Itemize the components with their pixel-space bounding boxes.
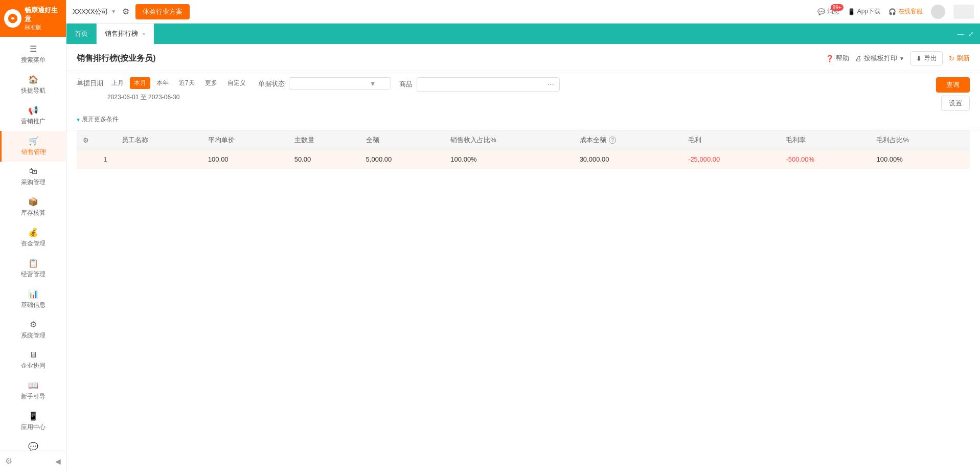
date-filter-label: 单据日期 <box>77 79 103 88</box>
th-profit: 毛利 <box>682 130 780 150</box>
th-settings[interactable]: ⚙ <box>77 130 95 150</box>
system-label: 系统管理 <box>21 331 45 340</box>
date-opt-prev-month[interactable]: 上月 <box>107 77 128 89</box>
table-head: ⚙ 员工名称 平均单价 主数量 全额 销售收入占比% 成本全额 ? 毛利 毛利率… <box>77 130 970 150</box>
user-name-display[interactable] <box>953 5 974 19</box>
expand-more-button[interactable]: ▾ 展开更多条件 <box>77 115 970 124</box>
product-input[interactable]: ··· <box>417 77 560 92</box>
tab-close-icon[interactable]: × <box>142 31 145 37</box>
sidebar-logo: 畅康通好生意 标准版 <box>0 0 66 37</box>
th-profit-pct: 毛利占比% <box>870 130 970 150</box>
search-label: 搜索菜单 <box>21 56 45 64</box>
sidebar-item-wechat[interactable]: 💬 企业微信 <box>0 437 66 451</box>
company-selector[interactable]: XXXXX公司 ▼ <box>73 7 116 16</box>
export-label: 导出 <box>924 54 937 63</box>
tab-minimize-icon[interactable]: — <box>958 30 964 38</box>
operations-icon: 📋 <box>28 258 38 268</box>
tab-home[interactable]: 首页 <box>66 24 97 44</box>
sidebar-item-operations[interactable]: 📋 经营管理 <box>0 253 66 284</box>
page-header: 销售排行榜(按业务员) ❓ 帮助 🖨 按模板打印 ▼ ⬇ 导出 <box>66 44 980 71</box>
sidebar-item-nav[interactable]: 🏠 快捷导航 <box>0 70 66 100</box>
filter-bar: 单据日期 上月 本月 本年 近7天 更多 自定义 2023-06-01 至 20… <box>66 71 980 130</box>
marketing-icon: 📢 <box>28 105 38 115</box>
nav-label: 快捷导航 <box>21 86 45 95</box>
content-area: 销售排行榜(按业务员) ❓ 帮助 🖨 按模板打印 ▼ ⬇ 导出 <box>66 44 980 471</box>
sidebar-item-inventory[interactable]: 📦 库存核算 <box>0 192 66 222</box>
print-button[interactable]: 🖨 按模板打印 ▼ <box>855 54 904 63</box>
refresh-button[interactable]: ↻ 刷新 <box>949 54 970 63</box>
tab-actions: — ⤢ <box>951 24 980 44</box>
marketing-label: 营销推广 <box>21 117 45 126</box>
tabs-spacer <box>154 24 951 44</box>
refresh-label: 刷新 <box>956 54 970 63</box>
purchase-icon: 🛍 <box>29 167 37 176</box>
tab-sales-ranking[interactable]: 销售排行榜 × <box>97 24 154 44</box>
edition-label: 标准版 <box>25 24 62 31</box>
date-opt-current-month[interactable]: 本月 <box>130 77 150 89</box>
basic-icon: 📊 <box>28 289 38 299</box>
row-cost: 30,000.00 <box>574 150 682 169</box>
message-button[interactable]: 💬 消息 99+ <box>817 7 839 16</box>
sales-icon: 🛒 <box>29 136 39 146</box>
sales-label: 销售管理 <box>21 148 46 156</box>
sidebar-item-marketing[interactable]: 📢 营销推广 <box>0 100 66 131</box>
row-avg-price: 100.00 <box>202 150 288 169</box>
product-more-icon[interactable]: ··· <box>547 80 554 89</box>
guide-icon: 📖 <box>28 380 38 390</box>
query-button[interactable]: 查询 <box>936 77 970 93</box>
sidebar-collapse-icon[interactable]: ◀ <box>55 457 61 465</box>
logo-text: 畅康通好生意 标准版 <box>25 6 62 31</box>
sidebar-item-guide[interactable]: 📖 新手引导 <box>0 375 66 406</box>
refresh-icon: ↻ <box>949 55 954 62</box>
sidebar-item-purchase[interactable]: 🛍 采购管理 <box>0 162 66 192</box>
brand-name: 畅康通好生意 <box>25 6 62 24</box>
row-profit: -25,000.00 <box>682 150 780 169</box>
help-button[interactable]: ❓ 帮助 <box>826 54 849 63</box>
app-download-label: App下载 <box>857 7 880 16</box>
sidebar-item-sales[interactable]: 🛒 销售管理 <box>0 131 66 162</box>
trial-button[interactable]: 体验行业方案 <box>135 4 190 19</box>
topbar-settings-icon[interactable]: ⚙ <box>122 7 129 16</box>
row-rank: 1 <box>95 150 116 169</box>
sidebar-item-finance[interactable]: 💰 资金管理 <box>0 222 66 253</box>
message-icon: 💬 <box>817 8 825 15</box>
row-quantity: 50.00 <box>288 150 360 169</box>
sidebar-item-collab[interactable]: 🖥 企业协同 <box>0 345 66 375</box>
page-actions: ❓ 帮助 🖨 按模板打印 ▼ ⬇ 导出 ↻ 刷新 <box>826 51 970 65</box>
guide-label: 新手引导 <box>21 392 45 401</box>
company-dropdown-icon: ▼ <box>111 9 116 14</box>
tab-expand-icon[interactable]: ⤢ <box>968 30 974 38</box>
app-download-button[interactable]: 📱 App下载 <box>848 7 880 16</box>
logo-icon <box>4 9 21 28</box>
date-opt-7days[interactable]: 近7天 <box>175 77 199 89</box>
cost-help-icon[interactable]: ? <box>609 137 616 144</box>
sidebar-settings-icon[interactable]: ⚙ <box>5 456 12 466</box>
app-icon: 📱 <box>848 8 855 15</box>
date-options: 上月 本月 本年 近7天 更多 自定义 <box>107 77 250 89</box>
row-amount: 5,000.00 <box>360 150 445 169</box>
status-select[interactable]: ▼ <box>289 77 391 90</box>
tab-home-label: 首页 <box>75 29 88 38</box>
collab-label: 企业协同 <box>21 362 45 370</box>
content-inner: 销售排行榜(按业务员) ❓ 帮助 🖨 按模板打印 ▼ ⬇ 导出 <box>66 44 980 471</box>
th-sales-pct: 销售收入占比% <box>444 130 573 150</box>
search-icon: ☰ <box>30 44 37 54</box>
date-opt-custom[interactable]: 自定义 <box>223 77 250 89</box>
print-dropdown-icon: ▼ <box>899 56 904 61</box>
print-icon: 🖨 <box>855 55 862 62</box>
nav-icon: 🏠 <box>28 75 38 84</box>
online-service-button[interactable]: 🎧 在线客服 <box>888 7 923 16</box>
sidebar-item-apps[interactable]: 📱 应用中心 <box>0 406 66 437</box>
table-wrapper: ⚙ 员工名称 平均单价 主数量 全额 销售收入占比% 成本全额 ? 毛利 毛利率… <box>66 130 980 169</box>
sidebar-item-search[interactable]: ☰ 搜索菜单 <box>0 39 66 70</box>
empty-space <box>66 169 980 363</box>
sidebar-item-system[interactable]: ⚙ 系统管理 <box>0 315 66 345</box>
column-settings-icon[interactable]: ⚙ <box>83 137 89 144</box>
export-button[interactable]: ⬇ 导出 <box>910 51 943 65</box>
sidebar-item-basic[interactable]: 📊 基础信息 <box>0 284 66 315</box>
date-opt-current-year[interactable]: 本年 <box>152 77 173 89</box>
date-opt-more[interactable]: 更多 <box>201 77 221 89</box>
tabs-bar: 首页 销售排行榜 × — ⤢ <box>66 24 980 44</box>
filter-settings-button[interactable]: 设置 <box>941 96 970 111</box>
user-avatar[interactable] <box>931 5 945 19</box>
